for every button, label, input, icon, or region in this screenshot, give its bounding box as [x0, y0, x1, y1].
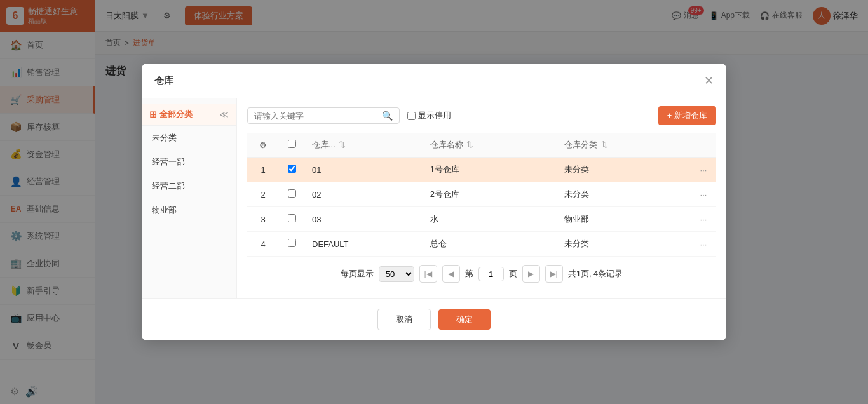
- modal-header: 仓库 ✕: [142, 64, 726, 98]
- add-warehouse-btn[interactable]: + 新增仓库: [658, 106, 716, 125]
- row-checkbox[interactable]: [288, 239, 296, 247]
- row-gear: 3: [247, 207, 279, 232]
- select-all-checkbox[interactable]: [288, 140, 296, 148]
- row-category: 未分类: [557, 182, 691, 207]
- row-code: DEFAULT: [304, 232, 423, 257]
- modal-close-btn[interactable]: ✕: [704, 74, 714, 88]
- row-gear: 4: [247, 232, 279, 257]
- total-records: 共1页, 4条记录: [568, 268, 623, 279]
- page-input[interactable]: [478, 267, 504, 281]
- page-suffix: 页: [509, 268, 517, 279]
- modal-main: 🔍 显示停用 + 新增仓库 ⚙: [237, 98, 726, 298]
- th-check: [279, 133, 304, 158]
- th-name: 仓库名称 ⇅: [423, 133, 557, 158]
- row-checkbox-cell[interactable]: [279, 182, 304, 207]
- warehouse-table: ⚙ 仓库... ⇅ 仓库名称 ⇅: [247, 133, 716, 257]
- category-item-ops2[interactable]: 经营二部: [142, 174, 236, 198]
- th-category: 仓库分类 ⇅: [557, 133, 691, 158]
- row-category: 物业部: [557, 207, 691, 232]
- row-name: 1号仓库: [423, 158, 557, 182]
- row-more-btn[interactable]: ···: [691, 232, 716, 257]
- grid-icon: ⊞: [149, 109, 157, 119]
- row-code: 02: [304, 182, 423, 207]
- th-gear: ⚙: [247, 133, 279, 158]
- modal-footer: 取消 确定: [142, 298, 726, 340]
- table-row[interactable]: 3 03 水 物业部 ···: [247, 207, 716, 232]
- collapse-btn[interactable]: ≪: [219, 109, 229, 119]
- th-code: 仓库... ⇅: [304, 133, 423, 158]
- confirm-btn[interactable]: 确定: [438, 309, 491, 330]
- modal-overlay: 仓库 ✕ ⊞ 全部分类 ≪ 未分类 经营一部 经营二部 物业部: [0, 0, 868, 404]
- pagination: 每页显示 50 20 100 |◀ ◀ 第 页 ▶ ▶| 共1页, 4条记录: [247, 257, 716, 290]
- row-category: 未分类: [557, 158, 691, 182]
- table-row[interactable]: 1 01 1号仓库 未分类 ···: [247, 158, 716, 182]
- cancel-btn[interactable]: 取消: [377, 309, 431, 330]
- modal-sidebar-header: ⊞ 全部分类 ≪: [142, 104, 236, 126]
- search-icon[interactable]: 🔍: [382, 111, 393, 121]
- modal-title: 仓库: [154, 75, 173, 87]
- row-checkbox-cell[interactable]: [279, 207, 304, 232]
- category-item-property[interactable]: 物业部: [142, 198, 236, 222]
- category-item-uncategorized[interactable]: 未分类: [142, 126, 236, 150]
- next-page-btn[interactable]: ▶: [522, 265, 540, 283]
- warehouse-modal: 仓库 ✕ ⊞ 全部分类 ≪ 未分类 经营一部 经营二部 物业部: [142, 64, 726, 340]
- row-name: 水: [423, 207, 557, 232]
- modal-toolbar: 🔍 显示停用 + 新增仓库: [247, 106, 716, 125]
- row-checkbox[interactable]: [288, 214, 296, 222]
- row-name: 2号仓库: [423, 182, 557, 207]
- row-checkbox-cell[interactable]: [279, 158, 304, 182]
- per-page-select[interactable]: 50 20 100: [379, 266, 414, 282]
- sort-category-icon[interactable]: ⇅: [601, 140, 608, 149]
- row-more-btn[interactable]: ···: [691, 158, 716, 182]
- row-gear: 2: [247, 182, 279, 207]
- table-row[interactable]: 4 DEFAULT 总仓 未分类 ···: [247, 232, 716, 257]
- row-checkbox[interactable]: [288, 189, 296, 198]
- sort-code-icon[interactable]: ⇅: [339, 140, 346, 149]
- modal-body: ⊞ 全部分类 ≪ 未分类 经营一部 经营二部 物业部 🔍: [142, 98, 726, 298]
- first-page-btn[interactable]: |◀: [419, 265, 437, 283]
- row-checkbox[interactable]: [288, 165, 296, 173]
- show-disabled-checkbox-label[interactable]: 显示停用: [407, 110, 451, 121]
- last-page-btn[interactable]: ▶|: [545, 265, 563, 283]
- row-category: 未分类: [557, 232, 691, 257]
- show-disabled-checkbox[interactable]: [407, 112, 416, 120]
- row-gear: 1: [247, 158, 279, 182]
- row-more-btn[interactable]: ···: [691, 182, 716, 207]
- th-actions: [691, 133, 716, 158]
- all-category-label[interactable]: ⊞ 全部分类: [149, 109, 193, 120]
- row-more-btn[interactable]: ···: [691, 207, 716, 232]
- per-page-label: 每页显示: [341, 268, 374, 279]
- row-code: 03: [304, 207, 423, 232]
- category-item-ops1[interactable]: 经营一部: [142, 150, 236, 174]
- prev-page-btn[interactable]: ◀: [442, 265, 460, 283]
- row-name: 总仓: [423, 232, 557, 257]
- table-row[interactable]: 2 02 2号仓库 未分类 ···: [247, 182, 716, 207]
- search-input[interactable]: [254, 111, 382, 121]
- sort-name-icon[interactable]: ⇅: [466, 140, 473, 149]
- modal-category-sidebar: ⊞ 全部分类 ≪ 未分类 经营一部 经营二部 物业部: [142, 98, 237, 298]
- page-label: 第: [465, 268, 473, 279]
- row-checkbox-cell[interactable]: [279, 232, 304, 257]
- modal-search-box[interactable]: 🔍: [247, 107, 400, 124]
- row-code: 01: [304, 158, 423, 182]
